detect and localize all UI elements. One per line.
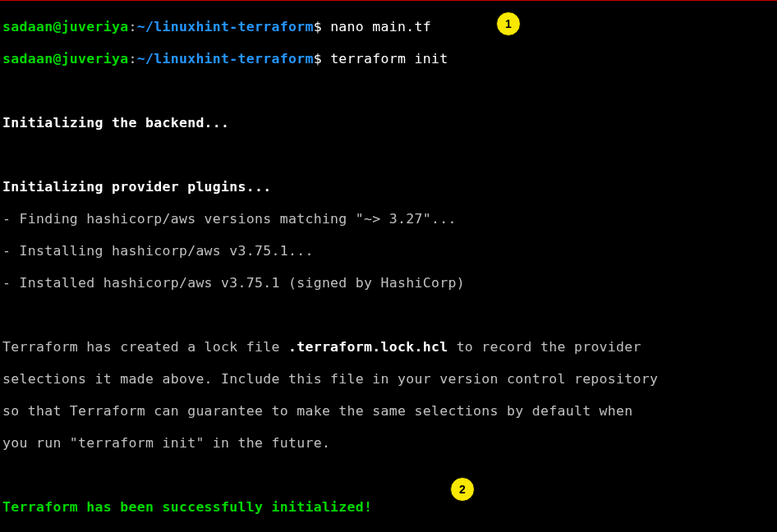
- user-host: sadaan@juveriya: [2, 19, 129, 34]
- output-line: Initializing provider plugins...: [2, 179, 775, 195]
- callout-badge-2: 2: [450, 477, 475, 502]
- output-line: selections it made above. Include this f…: [2, 371, 775, 387]
- output-line: Initializing the backend...: [2, 115, 775, 131]
- output-line: - Installed hashicorp/aws v3.75.1 (signe…: [2, 275, 775, 291]
- output-line: [2, 307, 775, 323]
- output-line: you run "terraform init" in the future.: [2, 435, 775, 451]
- terminal-output: sadaan@juveriya:~/linuxhint-terraform$ n…: [2, 3, 775, 532]
- prompt-line[interactable]: sadaan@juveriya:~/linuxhint-terraform$ t…: [2, 51, 775, 66]
- output-line: - Installing hashicorp/aws v3.75.1...: [2, 243, 775, 259]
- command-text: terraform init: [330, 51, 448, 66]
- success-line: Terraform has been successfully initiali…: [2, 499, 775, 515]
- cwd-path: ~/linuxhint-terraform: [137, 51, 314, 66]
- callout-badge-1: 1: [496, 11, 521, 36]
- output-line: so that Terraform can guarantee to make …: [2, 403, 775, 419]
- output-line: [2, 467, 775, 483]
- output-line: Terraform has created a lock file .terra…: [2, 339, 775, 355]
- output-line: - Finding hashicorp/aws versions matchin…: [2, 211, 775, 227]
- command-text: nano main.tf: [330, 19, 431, 34]
- user-host: sadaan@juveriya: [2, 51, 129, 66]
- prompt-line[interactable]: sadaan@juveriya:~/linuxhint-terraform$ n…: [2, 19, 775, 34]
- output-line: [2, 147, 775, 163]
- cwd-path: ~/linuxhint-terraform: [137, 19, 314, 34]
- output-line: [2, 83, 775, 99]
